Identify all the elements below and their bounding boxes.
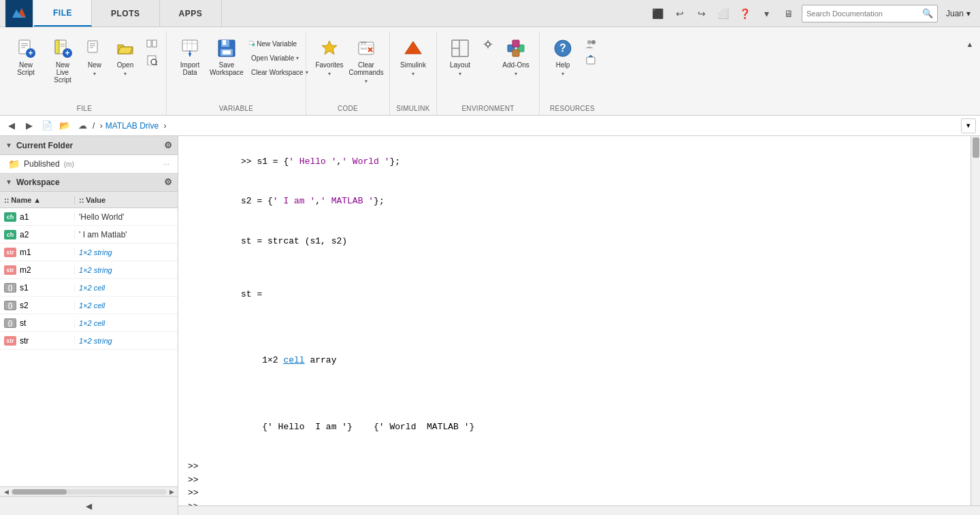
simulink-chevron-icon: ▾ [412,71,414,77]
col-header-name[interactable]: :: Name ▲ [0,196,75,204]
learn-button[interactable] [582,52,600,67]
nav-forward-button[interactable]: ▶ [22,118,37,133]
compare-button[interactable] [143,37,161,52]
addons-label: Add-Ons [502,61,529,69]
new-script-button[interactable]: + NewScript [8,34,44,83]
ws-value-cell: 1×2 cell [75,301,178,310]
save-workspace-button[interactable]: SaveWorkspace [209,34,244,83]
preferences-stack [479,34,497,52]
h-scrollbar[interactable]: ◀ ▶ [0,486,178,496]
simulink-button[interactable]: Simulink ▾ [395,34,431,83]
search-doc-box[interactable]: 🔍 [802,5,938,22]
tab-home[interactable]: FILE [34,0,92,27]
help-dropdown-icon[interactable]: ▾ [758,5,776,22]
list-item[interactable]: 📁 Published (m) ··· [0,156,178,171]
tab-plots[interactable]: PLOTS [92,0,160,27]
current-folder-gear-icon[interactable]: ⚙ [164,140,172,150]
clear-commands-button[interactable]: >> text ClearCommands ▾ [348,34,384,88]
cmd-scrollbar[interactable] [970,136,980,505]
path-matlab-drive[interactable]: MATLAB Drive [105,121,159,131]
svg-point-49 [486,42,490,46]
workspace-section: ▼ Workspace ⚙ :: Name ▲ :: Value ch [0,173,178,515]
workspace-gear-icon[interactable]: ⚙ [164,177,172,187]
cmd-content[interactable]: >> s1 = {' Hello ',' World '}; s2 = {' I… [178,136,970,505]
table-row[interactable]: ch a1 'Hello World' [0,208,178,226]
help-label: Help [556,61,570,69]
cmd-scroll-thumb[interactable] [973,137,979,158]
new-dropdown-button[interactable]: New ▾ [82,34,108,83]
learn-icon [585,54,596,65]
svg-text:text: text [361,46,368,50]
clear-workspace-button[interactable]: Clear Workspace ▾ [246,65,300,79]
left-bottom-arrow-icon[interactable]: ◀ [86,501,92,511]
community-button[interactable] [582,37,600,52]
tab-apps[interactable]: APPS [160,0,223,27]
ribbon: + NewScript + [0,27,980,116]
ws-name-cell: {} s1 [0,283,75,293]
open-chevron-icon: ▾ [124,71,127,77]
col-header-value[interactable]: :: Value [75,196,178,204]
h-scroll-track[interactable] [11,489,167,495]
new-live-script-button[interactable]: + NewLive Script [45,34,80,87]
folder-icon: 📁 [8,159,20,169]
h-scroll-left-btn[interactable]: ◀ [1,487,11,497]
ws-name-cell: ch a1 [0,212,75,222]
path-separator-2: › [97,121,102,131]
new-script-label: NewScript [17,61,35,76]
cmd-keyword: cell [283,355,304,365]
ws-name-cell: str m1 [0,248,75,257]
table-row[interactable]: str m2 1×2 string [0,261,178,279]
user-menu-btn[interactable]: Juan ▾ [942,7,975,20]
svg-rect-53 [512,50,519,56]
table-row[interactable]: {} st 1×2 cell [0,314,178,332]
addons-button[interactable]: Add-Ons ▾ [498,34,534,83]
open-variable-button[interactable]: Open Variable ▾ [246,51,300,65]
ws-icon-str: str [4,265,16,275]
tabs-row: FILE PLOTS APPS [34,0,649,27]
nav-back-button[interactable]: ◀ [4,118,19,133]
ws-icon-str: str [4,336,16,346]
cmd-line: st = strcat (s1, s2) [188,221,961,261]
import-data-label: ImportData [180,61,199,76]
ws-var-name: m2 [20,265,31,275]
open-button[interactable]: Open ▾ [109,34,142,83]
toolbar-stack-icon[interactable]: ⬜ [715,5,732,22]
browse-for-folder-button[interactable]: 📄 [39,118,54,133]
help-button[interactable]: ? Help ▾ [545,34,581,83]
ws-var-value: 1×2 cell [79,301,105,310]
new-variable-button[interactable]: + New Variable [246,37,300,50]
table-row[interactable]: str m1 1×2 string [0,244,178,261]
cmd-area-wrap: >> s1 = {' Hello ',' World '}; s2 = {' I… [178,136,980,505]
find-files-button[interactable] [143,52,161,67]
help-icon-btn[interactable]: ❓ [736,5,754,22]
nav-redo-icon[interactable]: ↪ [693,5,710,22]
nav-forward-icon[interactable]: ↩ [671,5,689,22]
cmd-line: {' Hello I am '} {' World MATLAB '} [188,407,961,447]
preferences-button[interactable] [479,37,497,52]
folder-dots-button[interactable]: ··· [163,160,169,168]
ws-value-cell: ' I am Matlab' [75,230,178,239]
layout-button[interactable]: Layout ▾ [442,34,478,83]
browse-folder-button[interactable]: 📂 [57,118,72,133]
clear-commands-chevron-icon: ▾ [365,78,368,84]
address-dropdown-button[interactable]: ▾ [961,118,976,133]
favorites-button[interactable]: Favorites ▾ [312,34,347,83]
import-data-button[interactable]: ImportData [172,34,208,83]
ribbon-collapse-button[interactable]: ▲ [962,37,977,52]
preferences-icon [483,39,493,50]
h-scroll-right-btn[interactable]: ▶ [167,487,176,497]
table-row[interactable]: ch a2 ' I am Matlab' [0,226,178,244]
cmd-scroll-area[interactable] [971,136,980,505]
table-row[interactable]: str str 1×2 string [0,332,178,350]
table-row[interactable]: {} s2 1×2 cell [0,297,178,314]
matlab-drive-btn[interactable]: ☁ [75,118,90,133]
h-scroll-thumb[interactable] [12,489,67,495]
cmd-line [188,261,961,275]
search-doc-input[interactable] [806,10,922,18]
cmd-line: 1×2 cell array [188,341,961,381]
desktop-icon[interactable]: 🖥 [780,5,798,22]
ws-var-value: 1×2 string [79,248,112,256]
table-row[interactable]: {} s1 1×2 cell [0,279,178,297]
left-panel-bottom: ◀ [0,496,178,515]
nav-back-icon[interactable]: ⬛ [649,5,667,22]
